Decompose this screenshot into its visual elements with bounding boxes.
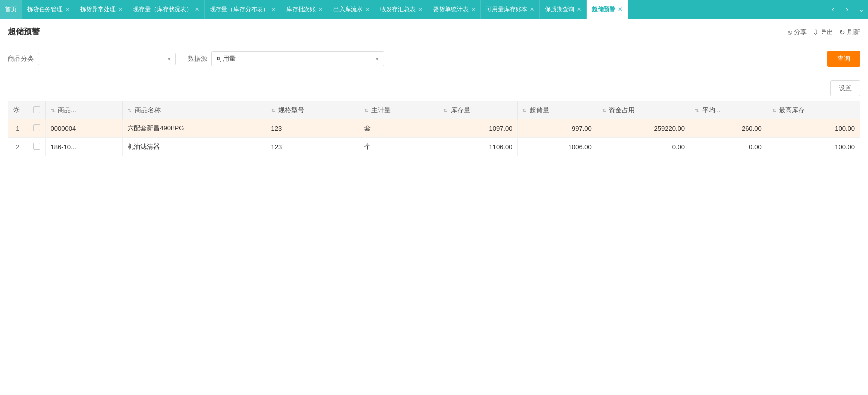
- header-checkbox[interactable]: [33, 106, 40, 113]
- nav-item-demand[interactable]: 要货单统计表 ✕: [428, 0, 481, 19]
- product-unit: 个: [359, 138, 438, 156]
- product-name: 六配套新昌490BPG: [123, 119, 266, 138]
- col-product-code[interactable]: ⇅ 商品...: [45, 101, 123, 119]
- svg-point-0: [15, 108, 18, 111]
- table-header-row: ⇅ 商品... ⇅ 商品名称 ⇅ 规格型号 ⇅ 主计量 ⇅ 库存量: [8, 101, 860, 119]
- product-code: 0000004: [45, 119, 123, 138]
- page-header: 超储预警 ⎋ 分享 ⇩ 导出 ↻ 刷新: [8, 27, 860, 37]
- nav-prev-button[interactable]: ‹: [826, 0, 840, 19]
- nav-item-summary[interactable]: 收发存汇总表 ✕: [375, 0, 428, 19]
- datasource-select[interactable]: 可用量 ▾: [211, 51, 384, 66]
- max-stock: 100.00: [767, 138, 860, 156]
- overstock-qty: 997.00: [518, 119, 597, 138]
- nav-item-home[interactable]: 首页: [0, 0, 22, 19]
- col-max-stock[interactable]: ⇅ 最高库存: [767, 101, 860, 119]
- col-product-name[interactable]: ⇅ 商品名称: [123, 101, 266, 119]
- nav-item-task[interactable]: 拣货任务管理 ✕: [22, 0, 75, 19]
- category-select[interactable]: ▾: [38, 53, 176, 65]
- close-icon[interactable]: ✕: [471, 6, 476, 13]
- data-table: ⇅ 商品... ⇅ 商品名称 ⇅ 规格型号 ⇅ 主计量 ⇅ 库存量: [8, 101, 860, 156]
- export-icon: ⇩: [813, 28, 819, 36]
- nav-item-expiry[interactable]: 保质期查询 ✕: [540, 0, 587, 19]
- nav-more-button[interactable]: ⌄: [854, 0, 868, 19]
- export-button[interactable]: ⇩ 导出: [813, 28, 833, 37]
- close-icon[interactable]: ✕: [577, 6, 581, 13]
- category-filter-group: 商品分类 ▾: [8, 53, 176, 65]
- product-spec: 123: [266, 138, 359, 156]
- chevron-down-icon: ▾: [168, 56, 171, 62]
- avg-price: 0.00: [690, 138, 767, 156]
- settings-row: 设置: [8, 80, 860, 96]
- capital-usage: 0.00: [597, 138, 690, 156]
- close-icon[interactable]: ✕: [530, 6, 534, 13]
- nav-item-inventory-status[interactable]: 现存量（库存状况表） ✕: [128, 0, 205, 19]
- category-label: 商品分类: [8, 54, 34, 63]
- sort-icon: ⇅: [51, 108, 55, 113]
- nav-item-overstock[interactable]: 超储预警 ✕: [587, 0, 628, 19]
- close-icon[interactable]: ✕: [271, 6, 276, 13]
- filter-area: 商品分类 ▾ 数据源 可用量 ▾ 查询: [8, 45, 860, 73]
- row-number: 2: [8, 138, 28, 156]
- settings-button[interactable]: 设置: [830, 80, 860, 96]
- chevron-down-icon: ▾: [376, 56, 379, 62]
- share-button[interactable]: ⎋ 分享: [788, 28, 807, 37]
- overstock-qty: 1006.00: [518, 138, 597, 156]
- close-icon[interactable]: ✕: [418, 6, 423, 13]
- row-checkbox[interactable]: [33, 143, 40, 150]
- right-buttons: 查询: [827, 51, 860, 67]
- stock-qty: 1106.00: [438, 138, 518, 156]
- refresh-button[interactable]: ↻ 刷新: [839, 28, 860, 37]
- nav-bar: 首页 拣货任务管理 ✕ 拣货异常处理 ✕ 现存量（库存状况表） ✕ 现存量（库存…: [0, 0, 868, 19]
- sort-icon: ⇅: [128, 108, 131, 113]
- col-capital[interactable]: ⇅ 资金占用: [597, 101, 690, 119]
- query-button[interactable]: 查询: [827, 51, 860, 67]
- close-icon[interactable]: ✕: [65, 6, 70, 13]
- page-content: 超储预警 ⎋ 分享 ⇩ 导出 ↻ 刷新 商品分类 ▾ 数据源: [0, 19, 868, 395]
- col-unit[interactable]: ⇅ 主计量: [359, 101, 438, 119]
- nav-item-batch[interactable]: 库存批次账 ✕: [281, 0, 328, 19]
- column-settings-icon[interactable]: [8, 101, 28, 119]
- col-avg[interactable]: ⇅ 平均...: [690, 101, 767, 119]
- col-stock[interactable]: ⇅ 库存量: [438, 101, 518, 119]
- datasource-filter-group: 数据源 可用量 ▾: [188, 51, 384, 66]
- product-name: 机油滤清器: [123, 138, 266, 156]
- datasource-label: 数据源: [188, 54, 207, 63]
- product-code: 186-10...: [45, 138, 123, 156]
- max-stock: 100.00: [767, 119, 860, 138]
- col-overstock[interactable]: ⇅ 超储量: [518, 101, 597, 119]
- nav-arrows: ‹ › ⌄: [826, 0, 868, 19]
- nav-item-available[interactable]: 可用量库存账本 ✕: [481, 0, 540, 19]
- nav-item-flow[interactable]: 出入库流水 ✕: [328, 0, 375, 19]
- table-row: 1 0000004 六配套新昌490BPG 123 套 1097.00 997.…: [8, 119, 860, 138]
- sort-icon: ⇅: [772, 108, 776, 113]
- header-actions: ⎋ 分享 ⇩ 导出 ↻ 刷新: [788, 28, 860, 37]
- close-icon[interactable]: ✕: [618, 6, 622, 13]
- page-title: 超储预警: [8, 27, 40, 37]
- row-checkbox-cell[interactable]: [28, 138, 45, 156]
- nav-item-exception[interactable]: 拣货异常处理 ✕: [75, 0, 128, 19]
- header-checkbox-cell[interactable]: [28, 101, 45, 119]
- nav-item-inventory-dist[interactable]: 现存量（库存分布表） ✕: [205, 0, 281, 19]
- row-number: 1: [8, 119, 28, 138]
- col-spec[interactable]: ⇅ 规格型号: [266, 101, 359, 119]
- sort-icon: ⇅: [364, 108, 368, 113]
- table-row: 2 186-10... 机油滤清器 123 个 1106.00 1006.00 …: [8, 138, 860, 156]
- sort-icon: ⇅: [271, 108, 275, 113]
- sort-icon: ⇅: [443, 108, 447, 113]
- datasource-value: 可用量: [217, 54, 236, 63]
- stock-qty: 1097.00: [438, 119, 518, 138]
- close-icon[interactable]: ✕: [365, 6, 370, 13]
- sort-icon: ⇅: [522, 108, 526, 113]
- avg-price: 260.00: [690, 119, 767, 138]
- product-spec: 123: [266, 119, 359, 138]
- share-icon: ⎋: [788, 28, 792, 36]
- close-icon[interactable]: ✕: [195, 6, 199, 13]
- capital-usage: 259220.00: [597, 119, 690, 138]
- product-unit: 套: [359, 119, 438, 138]
- row-checkbox[interactable]: [33, 124, 40, 131]
- nav-next-button[interactable]: ›: [840, 0, 854, 19]
- close-icon[interactable]: ✕: [118, 6, 123, 13]
- row-checkbox-cell[interactable]: [28, 119, 45, 138]
- close-icon[interactable]: ✕: [318, 6, 323, 13]
- sort-icon: ⇅: [695, 108, 699, 113]
